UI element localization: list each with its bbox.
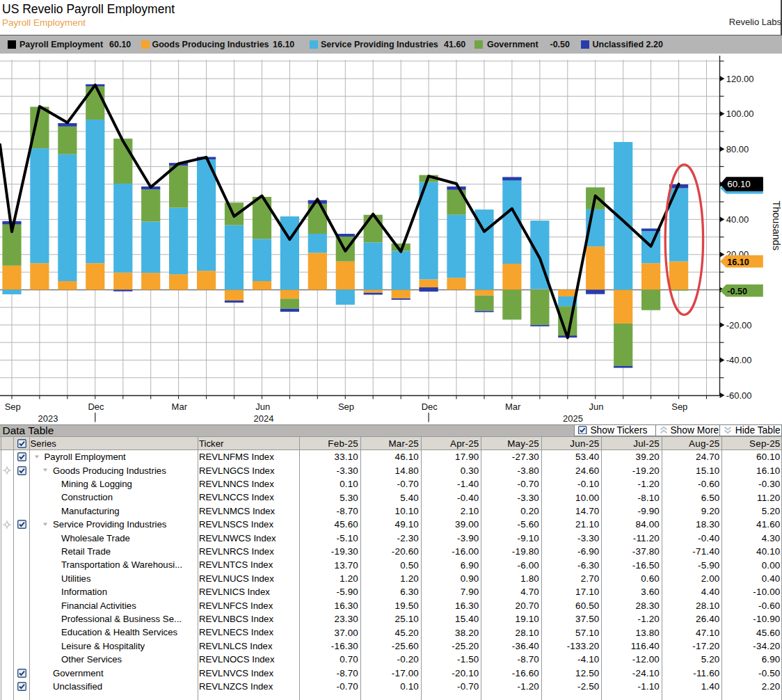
svg-text:-0.50: -0.50 [727,287,747,296]
svg-text:60.10: 60.10 [727,179,751,189]
svg-text:-60.00: -60.00 [726,390,752,401]
svg-text:Sep: Sep [671,401,687,412]
svg-text:Jun: Jun [255,401,270,412]
svg-text:Dec: Dec [422,401,438,412]
svg-text:Sep: Sep [338,401,354,412]
svg-text:120.00: 120.00 [726,74,754,84]
svg-text:-40.00: -40.00 [726,355,752,365]
svg-text:2025: 2025 [563,413,583,424]
svg-text:Jun: Jun [589,401,603,412]
svg-text:Dec: Dec [88,401,104,412]
svg-text:Mar: Mar [172,401,188,412]
svg-text:-20.00: -20.00 [726,320,752,331]
svg-text:Sep: Sep [5,401,21,412]
svg-text:Mar: Mar [505,401,521,412]
svg-text:Thousands: Thousands [771,200,782,250]
svg-text:2024: 2024 [254,413,274,424]
svg-text:16.10: 16.10 [727,257,749,267]
svg-text:2023: 2023 [38,413,58,424]
svg-text:40.00: 40.00 [726,214,749,225]
svg-text:100.00: 100.00 [726,109,754,119]
svg-text:80.00: 80.00 [726,144,749,154]
